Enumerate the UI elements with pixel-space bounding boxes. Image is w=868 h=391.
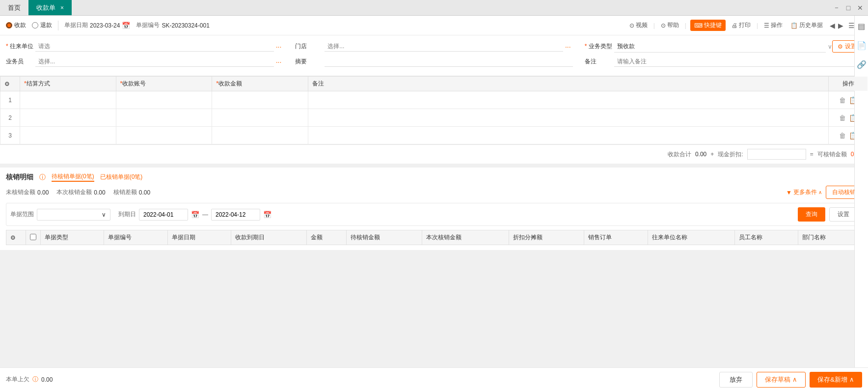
- doc-number-label: 单据编号: [136, 21, 160, 29]
- discount-input[interactable]: [747, 149, 806, 160]
- settlement-cell-2[interactable]: [20, 109, 116, 127]
- amount-cell-3[interactable]: [212, 127, 308, 144]
- amount-header: *收款金额: [212, 77, 308, 91]
- receipt-radio[interactable]: 收款: [6, 21, 26, 29]
- help-btn[interactable]: ⊙ 帮助: [659, 20, 681, 30]
- table-row: 1 🗑 📋: [0, 91, 868, 109]
- delete-row-1-icon[interactable]: 🗑: [839, 96, 846, 104]
- divider-1: [58, 21, 58, 30]
- shortcut-icon: ⌨: [694, 22, 703, 29]
- save-draft-dropdown-icon[interactable]: ∧: [792, 376, 797, 383]
- delete-row-2-icon[interactable]: 🗑: [839, 114, 846, 122]
- operation-btn[interactable]: ☰ 操作: [762, 20, 785, 30]
- next-arrow[interactable]: ▶: [837, 22, 844, 29]
- shortcut-btn[interactable]: ⌨ 快捷键: [690, 20, 726, 31]
- receipt-table-wrapper: ⚙ *结算方式 *收款账号 *收款金额 备注 操作: [0, 76, 868, 144]
- counterpart-input[interactable]: [35, 41, 274, 52]
- save-draft-btn[interactable]: 保存草稿 ∧: [757, 372, 806, 388]
- discount-header: 折扣分摊额: [509, 230, 584, 245]
- prev-arrow[interactable]: ◀: [829, 22, 836, 29]
- tab-close-icon[interactable]: ×: [60, 4, 64, 11]
- verification-table-wrapper: ⚙ 单据类型 单据编号 单据日期 收款到期日 金额 待核销金额 本次核销金额 折…: [6, 230, 862, 245]
- tab-current[interactable]: 收款单 ×: [28, 0, 72, 15]
- remark-input[interactable]: [614, 56, 862, 67]
- summary-label: 摘要: [295, 57, 325, 66]
- delete-row-3-icon[interactable]: 🗑: [839, 132, 846, 140]
- counterpart-more-btn[interactable]: ···: [274, 43, 284, 51]
- print-btn[interactable]: 🖨 打印: [730, 20, 753, 30]
- settlement-cell-3[interactable]: [20, 127, 116, 144]
- total-value: 0.00: [695, 151, 706, 158]
- checkbox-header[interactable]: [26, 230, 41, 245]
- business-type-dropdown-icon[interactable]: ∨: [828, 43, 832, 50]
- settings-icon: ⚙: [838, 43, 843, 50]
- section-separator: [0, 164, 868, 168]
- sidebar-doc-icon[interactable]: 📄: [855, 39, 868, 52]
- verify-diff: 核销差额 0.00: [113, 188, 150, 196]
- summary-input[interactable]: [325, 56, 572, 67]
- amount-header2: 金额: [306, 230, 347, 245]
- range-select[interactable]: ∨: [37, 209, 110, 221]
- salesperson-more-btn[interactable]: ···: [274, 58, 284, 66]
- calendar-from-icon[interactable]: 📅: [191, 211, 199, 219]
- date-to-input[interactable]: [211, 209, 260, 221]
- store-more-btn[interactable]: ···: [563, 43, 573, 51]
- tab-bar: 首页 收款单 × － □ ✕: [0, 0, 868, 16]
- sidebar-table-icon[interactable]: ▤: [856, 20, 867, 33]
- account-cell-3[interactable]: [116, 127, 212, 144]
- nav-arrows: ◀ ▶: [829, 22, 844, 29]
- abandon-btn[interactable]: 放弃: [719, 372, 753, 388]
- receipt-table: ⚙ *结算方式 *收款账号 *收款金额 备注 操作: [0, 76, 868, 144]
- doc-number-header: 单据编号: [104, 230, 167, 245]
- amount-cell-2[interactable]: [212, 109, 308, 127]
- ver-gear-header[interactable]: ⚙: [6, 230, 26, 245]
- verification-section: 核销明细 ⓘ 待核销单据(0笔) 已核销单据(0笔) 未核销金额 0.00 本次…: [0, 168, 868, 250]
- calendar-to-icon[interactable]: 📅: [263, 211, 271, 219]
- minimize-btn[interactable]: －: [833, 4, 841, 12]
- info-icon[interactable]: ⓘ: [39, 173, 46, 182]
- save-new-btn[interactable]: 保存&新增 ∧: [810, 372, 862, 388]
- query-btn[interactable]: 查询: [798, 207, 825, 222]
- tab-home[interactable]: 首页: [0, 0, 28, 15]
- filter-row: 单据范围 ∨ 到期日 📅 — 📅 查询 设置: [6, 203, 862, 226]
- gear-header[interactable]: ⚙: [0, 77, 20, 91]
- settlement-cell-1[interactable]: [20, 91, 116, 109]
- salesperson-input[interactable]: [35, 56, 274, 67]
- date-value: 2023-03-24: [90, 22, 120, 29]
- current-verify-amount: 本次核销金额 0.00: [56, 188, 105, 196]
- verified-tab[interactable]: 已核销单据(0笔): [100, 173, 143, 181]
- history-btn[interactable]: 📋 历史单据: [788, 20, 825, 30]
- top-section: 收款 退款 单据日期 2023-03-24 📅 单据编号 SK-20230324…: [0, 16, 868, 164]
- business-type-select[interactable]: 预收款 ∨: [614, 41, 832, 53]
- business-type-label: * 业务类型: [585, 42, 614, 51]
- sidebar-link-icon[interactable]: 🔗: [855, 58, 868, 71]
- current-verify-value: 0.00: [94, 189, 105, 196]
- plus-sign: +: [710, 151, 714, 158]
- tab-bar-right: － □ ✕: [833, 4, 868, 12]
- remark-cell-2[interactable]: [308, 109, 828, 127]
- date-from-input[interactable]: [139, 209, 188, 221]
- more-conditions-btn[interactable]: ▼ 更多条件 ∧: [786, 188, 822, 196]
- salesperson-label: 业务员: [6, 57, 35, 66]
- store-label: 门店: [295, 42, 325, 51]
- refund-radio[interactable]: 退款: [32, 21, 52, 29]
- form-row-2: 业务员 ··· 摘要 备注: [6, 56, 862, 67]
- close-btn[interactable]: ✕: [856, 4, 864, 12]
- account-cell-2[interactable]: [116, 109, 212, 127]
- operation-header: 操作: [829, 77, 868, 91]
- tab-home-label: 首页: [8, 3, 21, 12]
- table-row: 2 🗑 📋: [0, 109, 868, 127]
- save-new-dropdown-icon[interactable]: ∧: [849, 376, 854, 383]
- account-cell-1[interactable]: [116, 91, 212, 109]
- pending-tab[interactable]: 待核销单据(0笔): [52, 172, 94, 182]
- store-input[interactable]: [325, 41, 563, 52]
- video-icon: ⊙: [629, 22, 634, 29]
- maximize-btn[interactable]: □: [844, 4, 852, 12]
- calendar-icon[interactable]: 📅: [122, 22, 130, 29]
- video-btn[interactable]: ⊙ 视频: [627, 20, 650, 30]
- amount-cell-1[interactable]: [212, 91, 308, 109]
- date-filter: 到期日 📅 — 📅: [118, 209, 271, 221]
- remark-cell-3[interactable]: [308, 127, 828, 144]
- remark-cell-1[interactable]: [308, 91, 828, 109]
- filter-settings-btn[interactable]: 设置: [829, 207, 858, 222]
